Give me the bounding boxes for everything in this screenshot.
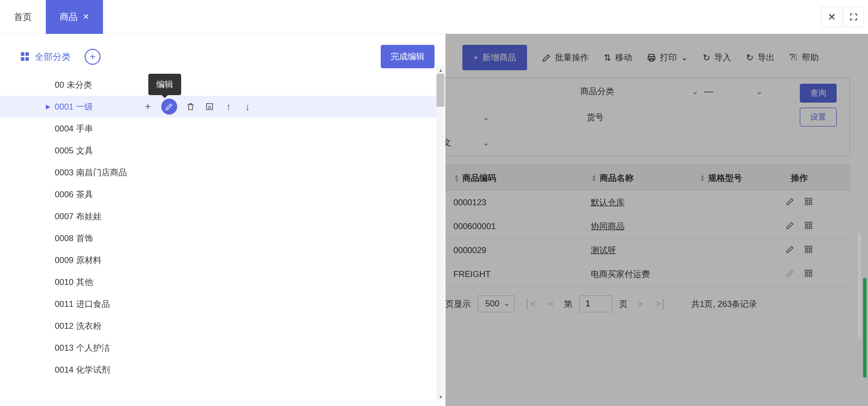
row-edit-button[interactable] (786, 197, 794, 208)
scroll-down-icon[interactable]: ▾ (436, 393, 444, 401)
product-name-link[interactable]: 测试呀 (591, 246, 616, 255)
table-row[interactable]: 0000029测试呀 (445, 239, 850, 263)
last-page-button[interactable]: >│ (652, 299, 669, 309)
tree-item[interactable]: 0013 个人护洁 (0, 337, 436, 359)
page-word-1: 第 (564, 298, 572, 310)
edit-button[interactable] (161, 99, 177, 115)
product-name-link[interactable]: 协同商品 (591, 222, 625, 231)
tree-item-label: 0011 进口食品 (55, 298, 110, 310)
table-row[interactable]: 0000123默认仓库 (445, 191, 850, 215)
per-page-label: 页显示 (445, 298, 471, 310)
chevron-down-icon[interactable]: ⌄ (483, 138, 489, 147)
per-page-select[interactable]: 500 (478, 295, 515, 312)
settings-button[interactable]: 设置 (800, 108, 837, 127)
batch-ops-button[interactable]: 批量操作 (542, 52, 589, 63)
filter-box: 商品分类 ⌄ — ⌄ ⌄ 货号 文 ⌄ 查询 设置 (445, 77, 850, 156)
chevron-down-icon: ⌄ (681, 52, 688, 63)
print-icon (647, 53, 656, 62)
filter-category-from[interactable] (625, 85, 685, 98)
next-page-button[interactable]: > (635, 299, 646, 309)
help-icon: ?⃝ (789, 52, 798, 63)
close-all-tabs-button[interactable]: ✕ (821, 6, 842, 27)
product-name-link[interactable]: 默认仓库 (591, 198, 625, 207)
tree-item-label: 0008 首饰 (55, 233, 93, 244)
all-categories-link[interactable]: 全部分类 (21, 51, 71, 63)
cell-ops (748, 245, 850, 256)
chevron-down-icon[interactable]: ⌄ (483, 113, 489, 122)
filter-sku-label: 货号 (587, 112, 632, 123)
print-button[interactable]: 打印 ⌄ (647, 52, 688, 63)
cell-ops (748, 269, 850, 280)
delete-button[interactable] (185, 101, 196, 112)
tree-item[interactable]: 0003 南昌门店商品 (0, 161, 436, 183)
tree-item-label: 0007 布娃娃 (55, 211, 102, 222)
fullscreen-button[interactable] (843, 6, 864, 27)
tree-item-label: 0006 茶具 (55, 189, 93, 200)
row-more-button[interactable] (804, 269, 813, 280)
tree-item[interactable]: 0007 布娃娃 (0, 205, 436, 227)
window-controls: ✕ (821, 0, 864, 34)
tree-item[interactable]: 0009 原材料 (0, 249, 436, 271)
tree-item[interactable]: 0010 其他 (0, 271, 436, 293)
row-more-button[interactable] (804, 221, 813, 232)
prev-page-button[interactable]: < (545, 299, 557, 309)
chevron-down-icon[interactable]: ⌄ (756, 87, 762, 96)
chevron-down-icon[interactable]: ⌄ (692, 87, 698, 96)
plus-icon: + (473, 53, 478, 63)
tree-item[interactable]: 0004 手串 (0, 118, 436, 139)
th-spec[interactable]: ▲▼ 规格型号 (695, 172, 749, 184)
filter-category-to[interactable] (719, 85, 749, 98)
tree-item[interactable]: ▶0001 一级+↑↓编辑 (0, 96, 436, 118)
th-code[interactable]: ▲▼ 商品编码 (446, 172, 586, 184)
first-page-button[interactable]: │< (522, 299, 539, 309)
table-row[interactable]: 000600001协同商品 (445, 215, 850, 239)
table-row[interactable]: FREIGHT电商买家付运费 (445, 263, 850, 286)
tab-product[interactable]: 商品 ✕ (46, 0, 103, 34)
tree-item-label: 0005 文具 (55, 145, 93, 156)
tree-item[interactable]: 0014 化学试剂 (0, 359, 436, 381)
tree-item[interactable]: 0008 首饰 (0, 227, 436, 249)
scrollbar-thumb[interactable] (436, 74, 444, 107)
add-child-button[interactable]: + (142, 101, 153, 112)
row-more-button[interactable] (804, 245, 813, 256)
print-label: 打印 (660, 52, 677, 63)
close-icon[interactable]: ✕ (83, 12, 89, 21)
row-edit-button[interactable] (786, 245, 794, 256)
move-button[interactable]: ⇅ 移动 (604, 52, 632, 63)
move-up-button[interactable]: ↑ (223, 101, 234, 112)
svg-rect-14 (805, 250, 808, 252)
scrollbar-track[interactable]: ▴ ▾ (436, 74, 444, 393)
tree-item[interactable]: 0011 进口食品 (0, 293, 436, 315)
move-down-button[interactable]: ↓ (242, 101, 253, 112)
category-panel: 全部分类 + 完成编辑 00 未分类▶0001 一级+↑↓编辑0004 手串00… (0, 34, 445, 406)
tree-item-actions: +↑↓ (142, 99, 253, 115)
table-scrollbar[interactable] (858, 233, 861, 338)
import-button[interactable]: ↻ 导入 (703, 52, 731, 63)
tab-bar: 首页 商品 ✕ ✕ (0, 0, 868, 34)
add-category-button[interactable]: + (85, 49, 101, 65)
batch-label: 批量操作 (555, 52, 589, 63)
finish-edit-button[interactable]: 完成编辑 (381, 45, 434, 68)
fullscreen-icon (849, 12, 858, 21)
tree-item[interactable]: 00 未分类 (0, 74, 436, 96)
row-more-button[interactable] (804, 197, 813, 208)
tab-product-label: 商品 (60, 11, 78, 23)
tree-item[interactable]: 0012 洗衣粉 (0, 315, 436, 337)
add-product-button[interactable]: + 新增商品 (462, 45, 527, 70)
archive-button[interactable] (204, 101, 215, 112)
cell-code: 000600001 (445, 222, 586, 232)
sort-icon: ▲▼ (700, 174, 705, 182)
page-input[interactable] (579, 295, 612, 312)
row-edit-button[interactable] (786, 221, 794, 232)
tree-item[interactable]: 0006 茶具 (0, 183, 436, 205)
scroll-up-icon[interactable]: ▴ (436, 66, 444, 74)
search-button[interactable]: 查询 (800, 84, 837, 103)
tree-item[interactable]: 0005 文具 (0, 139, 436, 161)
help-label: 帮助 (802, 52, 819, 63)
export-button[interactable]: ↻ 导出 (746, 52, 774, 63)
tab-home[interactable]: 首页 (0, 0, 46, 34)
help-button[interactable]: ?⃝ 帮助 (789, 52, 819, 63)
th-name[interactable]: ▲▼ 商品名称 (586, 172, 695, 184)
tree-item-label: 0003 南昌门店商品 (55, 167, 127, 178)
caret-right-icon: ▶ (46, 103, 50, 110)
